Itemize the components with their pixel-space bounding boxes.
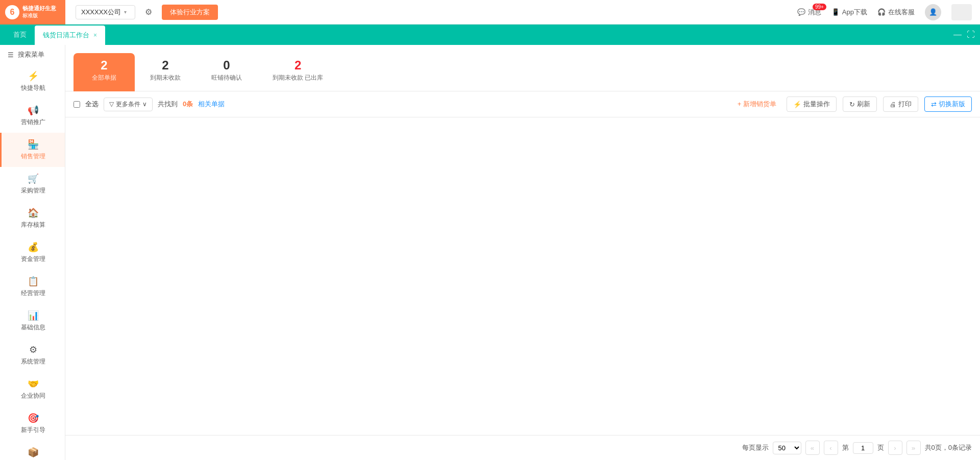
avatar-icon: 👤 bbox=[929, 8, 937, 16]
found-count: 0条 bbox=[183, 100, 193, 109]
refresh-button[interactable]: ↻ 刷新 bbox=[843, 96, 877, 112]
basic-info-icon: 📊 bbox=[28, 310, 39, 321]
avatar[interactable]: 👤 bbox=[925, 4, 941, 20]
switch-version-button[interactable]: ⇄ 切换新版 bbox=[924, 96, 972, 112]
purchase-icon: 🛒 bbox=[28, 173, 39, 184]
guide-icon: 🎯 bbox=[28, 413, 39, 424]
sidebar-item-app-center[interactable]: 📦 应用中心 bbox=[0, 441, 65, 460]
sidebar-item-marketing[interactable]: 📢 营销推广 bbox=[0, 99, 65, 133]
app-download-label: App下载 bbox=[842, 8, 867, 17]
operations-icon: 📋 bbox=[28, 276, 39, 287]
tab-actions: — ⛶ bbox=[953, 30, 975, 39]
logo-area: 6 畅捷通好生意 标准版 bbox=[0, 0, 65, 25]
logo-text-block: 畅捷通好生意 标准版 bbox=[22, 5, 56, 19]
batch-operation-button[interactable]: ⚡ 批量操作 bbox=[787, 96, 837, 112]
sidebar-item-system[interactable]: ⚙ 系统管理 bbox=[0, 338, 65, 372]
batch-icon: ⚡ bbox=[793, 101, 801, 108]
sidebar-operations-label: 经营管理 bbox=[21, 289, 45, 298]
card-shipped[interactable]: 2 到期未收款 已出库 bbox=[257, 53, 338, 91]
found-link[interactable]: 相关单据 bbox=[198, 100, 225, 109]
sidebar-system-label: 系统管理 bbox=[21, 357, 45, 366]
sidebar-enterprise-label: 企业协同 bbox=[21, 392, 45, 400]
sidebar-item-finance[interactable]: 💰 资金管理 bbox=[0, 235, 65, 270]
sidebar-item-basic-info[interactable]: 📊 基础信息 bbox=[0, 304, 65, 338]
card-pending-label: 旺铺待确认 bbox=[211, 74, 242, 82]
tab-maximize-icon[interactable]: ⛶ bbox=[967, 30, 975, 39]
filter-label: 更多条件 bbox=[116, 100, 140, 109]
per-page-label: 每页显示 bbox=[742, 443, 769, 452]
service-icon: 🎧 bbox=[877, 8, 886, 16]
new-order-button[interactable]: + 新增销货单 bbox=[733, 97, 780, 111]
pagination-bar: 每页显示 50 10 20 100 « ‹ 第 页 › » 共0页，0条记录 bbox=[65, 435, 980, 460]
company-name: XXXXXX公司 bbox=[81, 8, 121, 17]
settings-button[interactable]: ⚙ bbox=[140, 4, 157, 20]
sidebar-item-quick-nav[interactable]: ⚡ 快捷导航 bbox=[0, 64, 65, 99]
app-download-button[interactable]: 📱 App下载 bbox=[831, 8, 867, 17]
last-page-button[interactable]: » bbox=[906, 441, 921, 455]
sidebar-quick-nav-label: 快捷导航 bbox=[21, 84, 45, 92]
logo-icon: 6 bbox=[5, 5, 19, 19]
card-overdue[interactable]: 2 到期未收款 bbox=[135, 53, 196, 91]
chevron-down-icon: ▾ bbox=[124, 9, 127, 15]
tab-close-icon[interactable]: × bbox=[93, 32, 97, 39]
print-button[interactable]: 🖨 打印 bbox=[883, 96, 918, 112]
tab-minimize-icon[interactable]: — bbox=[953, 30, 962, 39]
refresh-label: 刷新 bbox=[857, 100, 870, 109]
search-icon: ☰ bbox=[8, 51, 14, 59]
logo-subtitle: 标准版 bbox=[22, 12, 56, 19]
company-selector[interactable]: XXXXXX公司 ▾ bbox=[76, 5, 135, 19]
card-all-num: 2 bbox=[101, 58, 107, 72]
message-button[interactable]: 💬 消息 99+ bbox=[797, 8, 821, 17]
prev-page-button[interactable]: ‹ bbox=[824, 441, 838, 455]
sidebar-inventory-label: 库存核算 bbox=[21, 221, 45, 229]
page-number-input[interactable] bbox=[853, 442, 873, 454]
logo-title: 畅捷通好生意 bbox=[22, 5, 56, 12]
enterprise-icon: 🤝 bbox=[28, 378, 39, 390]
refresh-icon: ↻ bbox=[849, 101, 855, 108]
toolbar-left: 全选 ▽ 更多条件 ∨ 共找到 0条 相关单据 bbox=[74, 98, 728, 111]
card-shipped-num: 2 bbox=[295, 58, 301, 72]
sidebar-item-inventory[interactable]: 🏠 库存核算 bbox=[0, 201, 65, 235]
lightning-icon: ⚡ bbox=[28, 70, 39, 82]
card-overdue-num: 2 bbox=[162, 58, 168, 72]
filter-chevron: ∨ bbox=[142, 101, 147, 108]
sidebar-item-guide[interactable]: 🎯 新手引导 bbox=[0, 406, 65, 441]
print-icon: 🖨 bbox=[890, 101, 896, 108]
tab-home[interactable]: 首页 bbox=[5, 25, 35, 45]
message-badge: 99+ bbox=[813, 4, 826, 10]
per-page-select[interactable]: 50 10 20 100 bbox=[773, 442, 801, 454]
toolbar-right: + 新增销货单 ⚡ 批量操作 ↻ 刷新 🖨 打印 ⇄ 切换新版 bbox=[733, 96, 972, 112]
sidebar-item-sales[interactable]: 🏪 销售管理 bbox=[0, 133, 65, 167]
toolbar: 全选 ▽ 更多条件 ∨ 共找到 0条 相关单据 + 新增销货单 ⚡ 批量操作 ↻ bbox=[65, 91, 980, 117]
summary-cards: 2 全部单据 2 到期未收款 0 旺铺待确认 2 到期未收款 已出库 bbox=[65, 45, 980, 91]
sidebar-item-purchase[interactable]: 🛒 采购管理 bbox=[0, 167, 65, 201]
content-area: 2 全部单据 2 到期未收款 0 旺铺待确认 2 到期未收款 已出库 全选 bbox=[65, 45, 980, 460]
filter-button[interactable]: ▽ 更多条件 ∨ bbox=[104, 98, 153, 111]
first-page-button[interactable]: « bbox=[805, 441, 820, 455]
online-service-button[interactable]: 🎧 在线客服 bbox=[877, 8, 915, 17]
found-prefix: 共找到 bbox=[158, 100, 178, 109]
print-label: 打印 bbox=[898, 100, 912, 109]
trial-button[interactable]: 体验行业方案 bbox=[162, 5, 218, 20]
card-pending[interactable]: 0 旺铺待确认 bbox=[196, 53, 257, 91]
finance-icon: 💰 bbox=[28, 241, 39, 253]
switch-icon: ⇄ bbox=[931, 101, 937, 108]
sidebar-item-enterprise[interactable]: 🤝 企业协同 bbox=[0, 372, 65, 406]
sidebar-search-label: 搜索菜单 bbox=[18, 50, 44, 59]
select-all-checkbox[interactable] bbox=[74, 101, 80, 108]
tab-workbench[interactable]: 钱货日清工作台 × bbox=[35, 26, 105, 45]
batch-label: 批量操作 bbox=[803, 100, 830, 109]
select-all-label: 全选 bbox=[85, 100, 99, 109]
sales-icon: 🏪 bbox=[28, 139, 39, 150]
user-menu[interactable] bbox=[951, 4, 972, 20]
sidebar-sales-label: 销售管理 bbox=[21, 152, 45, 161]
tab-home-label: 首页 bbox=[13, 30, 27, 39]
tab-workbench-label: 钱货日清工作台 bbox=[43, 31, 89, 40]
sidebar-basic-info-label: 基础信息 bbox=[21, 323, 45, 332]
table-empty-state bbox=[65, 117, 980, 435]
sidebar-item-operations[interactable]: 📋 经营管理 bbox=[0, 270, 65, 304]
sidebar-item-search-menu[interactable]: ☰ 搜索菜单 bbox=[0, 45, 65, 64]
card-all[interactable]: 2 全部单据 bbox=[74, 53, 135, 91]
inventory-icon: 🏠 bbox=[28, 207, 39, 219]
next-page-button[interactable]: › bbox=[888, 441, 902, 455]
